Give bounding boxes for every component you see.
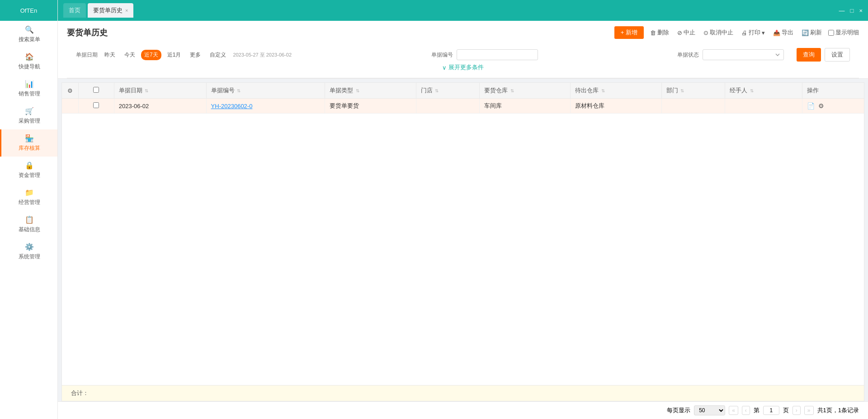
next-page-button[interactable]: ›: [793, 406, 801, 415]
prev-page-button[interactable]: ‹: [742, 406, 750, 415]
th-handler-label: 经手人: [730, 87, 747, 94]
row-checkbox[interactable]: [93, 102, 99, 108]
th-store[interactable]: 门店 ⇅: [416, 83, 480, 99]
row-req-warehouse: 车间库: [484, 102, 502, 109]
expand-more-button[interactable]: ∨ 展开更多条件: [76, 62, 850, 73]
cancel-stop-label: 取消中止: [710, 29, 733, 37]
th-date-label: 单据日期: [119, 87, 142, 94]
tab-home[interactable]: 首页: [63, 3, 86, 18]
row-view-icon[interactable]: 📄: [807, 102, 815, 110]
expand-more-label: 展开更多条件: [448, 63, 484, 71]
sidebar-logo: OfTEn: [0, 0, 57, 21]
basic-info-icon: 📋: [25, 215, 34, 224]
table-header-row: ⚙ 单据日期 ⇅ 单据编号 ⇅: [62, 83, 864, 99]
sidebar-item-purchase[interactable]: 🛒 采购管理: [0, 102, 57, 129]
sidebar-label-finance: 资金管理: [19, 171, 40, 179]
td-bill-no: YH-20230602-0: [206, 99, 325, 114]
th-handler[interactable]: 经手人 ⇅: [725, 83, 802, 99]
td-actions: 📄 ⚙: [802, 99, 864, 114]
export-button[interactable]: 📤 导出: [771, 28, 795, 38]
row-pending-warehouse: 原材料仓库: [575, 102, 604, 109]
page-number-input[interactable]: 1: [763, 406, 779, 415]
select-all-checkbox[interactable]: [93, 87, 99, 93]
print-button[interactable]: 🖨 打印 ▾: [740, 28, 767, 38]
th-pending-warehouse-label: 待出仓库: [575, 87, 599, 94]
settings-column-icon[interactable]: ⚙: [67, 87, 73, 94]
search-menu-icon: 🔍: [25, 25, 34, 34]
sidebar-label-purchase: 采购管理: [19, 117, 40, 125]
sidebar-item-operations[interactable]: 📁 经营管理: [0, 184, 57, 211]
date-btn-yesterday[interactable]: 昨天: [101, 50, 118, 60]
table-row: 2023-06-02 YH-20230602-0 要货单要货 车间库: [62, 99, 864, 114]
sidebar-item-search-menu[interactable]: 🔍 搜索菜单: [0, 21, 57, 48]
sidebar-item-finance[interactable]: 🔒 资金管理: [0, 157, 57, 184]
td-req-warehouse: 车间库: [480, 99, 571, 114]
sidebar-label-system: 系统管理: [19, 253, 40, 261]
date-btn-last-month[interactable]: 近1月: [164, 50, 184, 60]
sidebar-item-basic-info[interactable]: 📋 基础信息: [0, 211, 57, 238]
tab-order-history-label: 要货单历史: [93, 6, 123, 14]
page-size-label: 每页显示: [667, 406, 690, 414]
topbar-maximize-icon[interactable]: □: [850, 7, 854, 14]
date-btn-more[interactable]: 更多: [187, 50, 204, 60]
system-icon: ⚙️: [25, 243, 34, 251]
date-btn-custom[interactable]: 自定义: [207, 50, 229, 60]
topbar-close-icon[interactable]: ×: [859, 7, 863, 14]
refresh-button[interactable]: 🔄 刷新: [800, 28, 824, 38]
tab-close-icon[interactable]: ×: [125, 8, 128, 13]
th-department[interactable]: 部门 ⇅: [661, 83, 725, 99]
topbar-right: — □ ×: [839, 7, 863, 14]
data-table: ⚙ 单据日期 ⇅ 单据编号 ⇅: [62, 83, 864, 114]
row-edit-icon[interactable]: ⚙: [818, 102, 824, 110]
query-button[interactable]: 查询: [797, 48, 821, 62]
print-label: 打印: [749, 29, 760, 37]
summary-bar: 合计：: [61, 386, 864, 401]
th-department-sort-icon: ⇅: [680, 88, 684, 93]
th-req-warehouse[interactable]: 要货仓库 ⇅: [480, 83, 571, 99]
sidebar-item-sales[interactable]: 📊 销售管理: [0, 75, 57, 102]
th-date[interactable]: 单据日期 ⇅: [114, 83, 206, 99]
export-label: 导出: [782, 29, 793, 37]
first-page-button[interactable]: «: [729, 406, 738, 415]
new-button[interactable]: + 新增: [614, 26, 644, 39]
date-btn-last7[interactable]: 近7天: [141, 50, 161, 60]
th-pending-warehouse[interactable]: 待出仓库 ⇅: [571, 83, 661, 99]
logo-text: OfTEn: [20, 7, 38, 14]
filter-row-1: 单据日期 昨天 今天 近7天 近1月 更多 自定义 2023-05-27 至 2…: [76, 48, 850, 62]
filter-area: 单据日期 昨天 今天 近7天 近1月 更多 自定义 2023-05-27 至 2…: [67, 43, 859, 78]
table-area: ⚙ 单据日期 ⇅ 单据编号 ⇅: [61, 82, 864, 386]
inventory-icon: 🏪: [25, 134, 34, 143]
content-area: 要货单历史 + 新增 🗑 删除 ⊘ 中止 ⊙ 取消中止: [58, 21, 868, 419]
sidebar: OfTEn 🔍 搜索菜单 🏠 快捷导航 📊 销售管理 🛒 采购管理 🏪 库存核算…: [0, 0, 58, 419]
sidebar-item-inventory[interactable]: 🏪 库存核算: [0, 129, 57, 157]
operations-icon: 📁: [25, 188, 34, 197]
sidebar-item-quick-nav[interactable]: 🏠 快捷导航: [0, 48, 57, 75]
bill-no-input[interactable]: [457, 49, 538, 60]
tab-order-history[interactable]: 要货单历史 ×: [88, 3, 133, 18]
date-btn-today[interactable]: 今天: [121, 50, 138, 60]
th-req-warehouse-label: 要货仓库: [484, 87, 508, 94]
main-area: 首页 要货单历史 × — □ × 要货单历史 + 新增 🗑 删除: [58, 0, 868, 419]
td-department: [661, 99, 725, 114]
th-date-sort-icon: ⇅: [145, 88, 148, 93]
status-select[interactable]: [703, 49, 784, 60]
cancel-stop-button[interactable]: ⊙ 取消中止: [702, 28, 735, 38]
row-bill-no-link[interactable]: YH-20230602-0: [211, 103, 253, 110]
refresh-label: 刷新: [810, 29, 822, 37]
delete-button[interactable]: 🗑 删除: [648, 28, 671, 38]
display-detail-button[interactable]: 显示明细: [828, 29, 859, 37]
display-detail-checkbox[interactable]: [828, 30, 834, 36]
row-date: 2023-06-02: [119, 103, 149, 110]
sidebar-item-system[interactable]: ⚙️ 系统管理: [0, 238, 57, 265]
th-handler-sort-icon: ⇅: [750, 88, 754, 93]
export-icon: 📤: [773, 29, 780, 36]
page-size-select[interactable]: 10 20 50 100: [694, 405, 725, 415]
settings-button[interactable]: 设置: [825, 48, 850, 62]
topbar-minimize-icon[interactable]: —: [839, 7, 845, 14]
stop-button[interactable]: ⊘ 中止: [675, 28, 697, 38]
total-info: 共1页，1条记录: [817, 406, 859, 414]
th-bill-type[interactable]: 单据类型 ⇅: [325, 83, 416, 99]
th-bill-no[interactable]: 单据编号 ⇅: [206, 83, 325, 99]
sidebar-label-inventory: 库存核算: [19, 144, 40, 152]
last-page-button[interactable]: »: [804, 406, 814, 415]
